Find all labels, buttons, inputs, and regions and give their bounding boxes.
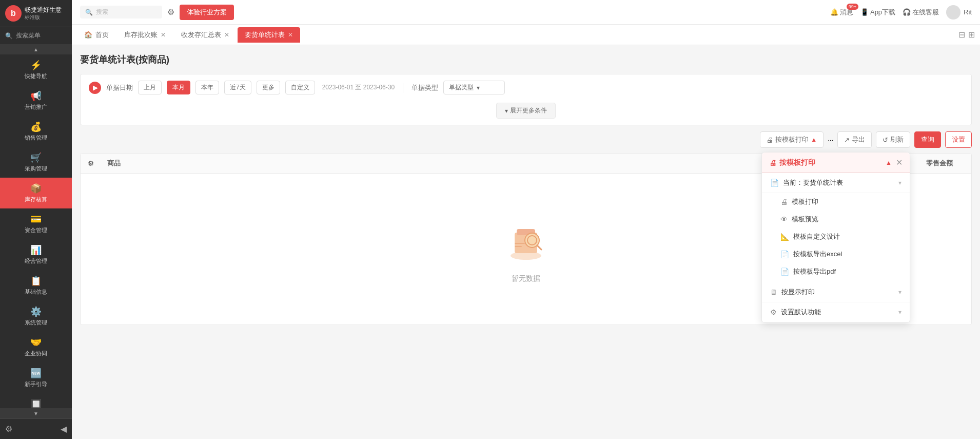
more-icon[interactable]: ··· bbox=[828, 136, 833, 144]
trial-btn[interactable]: 体验行业方案 bbox=[180, 5, 234, 20]
phone-icon: 📱 bbox=[860, 8, 869, 16]
th-retail: 零售金额 bbox=[920, 159, 971, 168]
export-btn[interactable]: ↗ 导出 bbox=[837, 131, 872, 148]
tab-home[interactable]: 🏠 首页 bbox=[77, 27, 116, 43]
date-btn-current-year[interactable]: 本年 bbox=[195, 81, 219, 94]
print-dropdown-close-icon[interactable]: ✕ bbox=[896, 158, 903, 167]
topbar: 🔍 搜索 ⚙ 体验行业方案 🔔 消息 99+ 📱 App下载 🎧 在线客服 Ri… bbox=[72, 0, 980, 25]
tab-minimize-icon[interactable]: ⊟ bbox=[958, 30, 965, 40]
date-btn-more[interactable]: 更多 bbox=[257, 81, 280, 94]
toolbar: 🖨 按模板打印 ▲ ··· ↗ 导出 ↺ 刷新 查询 设置 🖨 按模板打印 bbox=[80, 131, 972, 148]
purchase-icon: 🛒 bbox=[30, 152, 42, 163]
settings-btn[interactable]: 设置 bbox=[945, 131, 972, 148]
sidebar-item-basic[interactable]: 📋 基础信息 bbox=[0, 270, 72, 301]
bell-icon: 🔔 bbox=[830, 8, 838, 16]
inventory-icon: 📦 bbox=[30, 183, 42, 194]
topbar-search[interactable]: 🔍 搜索 bbox=[80, 6, 162, 18]
th-gear[interactable]: ⚙ bbox=[81, 160, 101, 167]
sidebar-item-guide[interactable]: 🆕 新手引导 bbox=[0, 362, 72, 393]
sidebar-footer: ⚙ ◀ bbox=[0, 418, 72, 439]
collapse-icon[interactable]: ◀ bbox=[61, 424, 67, 434]
print-dropdown: 🖨 按模板打印 ▲ ✕ 📄 当前：要货单统计表 ▾ bbox=[761, 152, 910, 323]
tab-maximize-icon[interactable]: ⊞ bbox=[968, 30, 975, 40]
sidebar-scroll-down[interactable]: ▼ bbox=[0, 408, 72, 418]
system-icon: ⚙️ bbox=[30, 306, 42, 317]
current-template-arrow: ▾ bbox=[898, 179, 901, 186]
filter-expand-btn[interactable]: ▶ bbox=[89, 82, 101, 94]
template-design-icon: 📐 bbox=[780, 233, 789, 241]
tab-receipt-summary[interactable]: 收发存汇总表 ✕ bbox=[174, 27, 237, 43]
tab-batch-account[interactable]: 库存批次账 ✕ bbox=[117, 27, 173, 43]
filter-separator bbox=[403, 83, 403, 93]
date-btn-custom[interactable]: 自定义 bbox=[285, 81, 315, 94]
tab-close-order-stats[interactable]: ✕ bbox=[288, 31, 293, 39]
template-pdf-icon: 📄 bbox=[780, 268, 789, 276]
display-print-section[interactable]: 🖥 按显示打印 ▾ bbox=[762, 282, 910, 302]
tabsbar-right: ⊟ ⊞ bbox=[958, 30, 975, 40]
template-preview-item[interactable]: 👁 模板预览 bbox=[762, 211, 910, 228]
print-btn[interactable]: 🖨 按模板打印 ▲ bbox=[760, 131, 824, 148]
date-btn-prev-month[interactable]: 上月 bbox=[138, 81, 162, 94]
sidebar-scroll-up[interactable]: ▲ bbox=[0, 44, 72, 54]
user-menu[interactable]: Rit bbox=[946, 5, 972, 20]
sidebar-item-purchase[interactable]: 🛒 采购管理 bbox=[0, 147, 72, 178]
settings-footer-icon[interactable]: ⚙ bbox=[5, 424, 12, 434]
apps-icon: 🔲 bbox=[30, 398, 42, 408]
empty-icon bbox=[500, 215, 552, 266]
sidebar-search[interactable]: 🔍 搜索菜单 bbox=[0, 27, 72, 44]
notifications-btn[interactable]: 🔔 消息 99+ bbox=[830, 8, 853, 17]
sidebar-item-apps[interactable]: 🔲 应用中心 bbox=[0, 393, 72, 408]
content: 要货单统计表(按商品) ▶ 单据日期 上月 本月 本年 近7天 更多 自定义 2… bbox=[72, 45, 980, 439]
default-settings-icon: ⚙ bbox=[770, 308, 777, 316]
display-print-arrow: ▾ bbox=[898, 289, 901, 296]
quick-nav-icon: ⚡ bbox=[30, 60, 42, 71]
type-filter-select[interactable]: 单据类型 ▾ bbox=[443, 81, 505, 94]
default-settings-arrow: ▾ bbox=[898, 309, 901, 316]
sidebar-item-finance[interactable]: 💳 资金管理 bbox=[0, 208, 72, 239]
sidebar-item-quick-nav[interactable]: ⚡ 快捷导航 bbox=[0, 54, 72, 85]
online-service-btn[interactable]: 🎧 在线客服 bbox=[903, 8, 939, 17]
search-icon: 🔍 bbox=[5, 32, 13, 40]
app-download-btn[interactable]: 📱 App下载 bbox=[860, 8, 895, 17]
sidebar-item-operations[interactable]: 📊 经营管理 bbox=[0, 239, 72, 270]
date-btn-7days[interactable]: 近7天 bbox=[224, 81, 251, 94]
sidebar-item-inventory[interactable]: 📦 库存核算 bbox=[0, 178, 72, 208]
expand-icon: ▾ bbox=[505, 107, 508, 114]
query-btn[interactable]: 查询 bbox=[914, 131, 941, 148]
sidebar-item-collaboration[interactable]: 🤝 企业协同 bbox=[0, 332, 72, 362]
svg-rect-6 bbox=[515, 243, 525, 244]
finance-icon: 💳 bbox=[30, 214, 42, 225]
date-filter-label: 单据日期 bbox=[106, 83, 133, 92]
refresh-btn[interactable]: ↺ 刷新 bbox=[876, 131, 910, 148]
print-dropdown-chevron: ▲ bbox=[811, 136, 817, 143]
tab-close-receipt-summary[interactable]: ✕ bbox=[224, 31, 229, 39]
operations-icon: 📊 bbox=[30, 244, 42, 256]
print-current-template[interactable]: 📄 当前：要货单统计表 ▾ bbox=[762, 173, 910, 193]
expand-more-btn[interactable]: ▾ 展开更多条件 bbox=[496, 103, 556, 119]
default-settings-section[interactable]: ⚙ 设置默认功能 ▾ bbox=[762, 302, 910, 322]
print-dropdown-title: 🖨 按模板打印 bbox=[769, 158, 815, 167]
th-product: 商品 bbox=[101, 159, 817, 168]
marketing-icon: 📢 bbox=[30, 90, 42, 102]
sidebar-item-system[interactable]: ⚙️ 系统管理 bbox=[0, 301, 72, 332]
date-range: 2023-06-01 至 2023-06-30 bbox=[322, 83, 395, 92]
date-btn-current-month[interactable]: 本月 bbox=[167, 81, 190, 94]
template-print-item[interactable]: 🖨 模板打印 bbox=[762, 193, 910, 211]
template-export-pdf-item[interactable]: 📄 按模板导出pdf bbox=[762, 263, 910, 280]
template-export-excel-item[interactable]: 📄 按模板导出excel bbox=[762, 245, 910, 263]
print-dropdown-chevron-up: ▲ bbox=[886, 159, 892, 166]
template-design-item[interactable]: 📐 模板自定义设计 bbox=[762, 228, 910, 245]
tab-close-batch-account[interactable]: ✕ bbox=[161, 31, 166, 39]
template-excel-icon: 📄 bbox=[780, 250, 789, 258]
sidebar-item-sales[interactable]: 💰 销售管理 bbox=[0, 116, 72, 147]
sidebar-item-marketing[interactable]: 📢 营销推广 bbox=[0, 85, 72, 116]
logo-text: 畅捷通好生意 标准版 bbox=[25, 6, 62, 21]
sidebar-nav: ⚡ 快捷导航 📢 营销推广 💰 销售管理 🛒 采购管理 📦 库存核算 💳 资金管… bbox=[0, 54, 72, 408]
display-print-icon: 🖥 bbox=[770, 288, 777, 296]
topbar-gear-icon[interactable]: ⚙ bbox=[167, 7, 174, 17]
tab-order-stats[interactable]: 要货单统计表 ✕ bbox=[238, 27, 300, 43]
tabs-bar: 🏠 首页 库存批次账 ✕ 收发存汇总表 ✕ 要货单统计表 ✕ ⊟ ⊞ bbox=[72, 25, 980, 45]
type-filter-label: 单据类型 bbox=[411, 83, 438, 92]
guide-icon: 🆕 bbox=[30, 368, 42, 379]
print-icon: 🖨 bbox=[767, 136, 773, 144]
